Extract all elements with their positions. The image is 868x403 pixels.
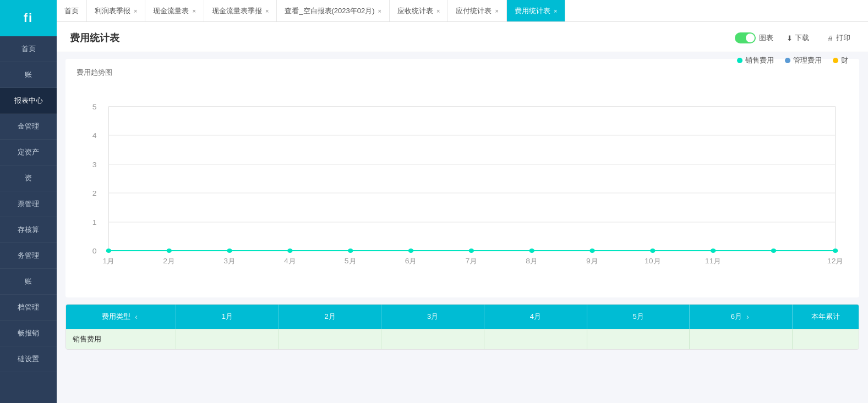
- tab-close-cashflow-quarterly[interactable]: ×: [265, 8, 269, 14]
- chart-svg: 0 1 2 3 4 5: [77, 83, 848, 281]
- svg-point-24: [771, 249, 776, 253]
- svg-point-23: [711, 249, 716, 253]
- sidebar-item-expense[interactable]: 畅报销: [0, 321, 57, 346]
- sidebar-item-archive[interactable]: 档管理: [0, 295, 57, 321]
- sidebar-item-fund[interactable]: 金管理: [0, 114, 57, 140]
- svg-text:5: 5: [92, 103, 97, 111]
- tab-receivable[interactable]: 应收统计表 ×: [390, 0, 448, 22]
- download-button[interactable]: ⬇ 下载: [782, 31, 814, 45]
- sidebar-item-account[interactable]: 账: [0, 62, 57, 88]
- tab-cashflow-quarterly[interactable]: 现金流量表季报 ×: [204, 0, 277, 22]
- svg-text:4月: 4月: [284, 257, 296, 265]
- main-area: 首页 利润表季报 × 现金流量表 × 现金流量表季报 × 查看_空白报表(202…: [57, 0, 868, 403]
- col-header-6: 6月 ›: [690, 305, 793, 329]
- page-header: 费用统计表 图表 ⬇ 下载 🖨 打印: [57, 22, 868, 52]
- tab-close-receivable[interactable]: ×: [436, 8, 440, 14]
- svg-text:1: 1: [92, 219, 97, 227]
- svg-text:7月: 7月: [465, 257, 477, 265]
- svg-point-19: [469, 249, 474, 253]
- svg-text:8月: 8月: [526, 257, 538, 265]
- svg-text:2月: 2月: [163, 257, 175, 265]
- chart-title: 费用趋势图: [77, 68, 112, 78]
- svg-text:9月: 9月: [586, 257, 598, 265]
- tab-profit-quarterly[interactable]: 利润表季报 ×: [87, 0, 145, 22]
- svg-point-13: [106, 249, 111, 253]
- legend-label-mgmt: 管理费用: [793, 56, 822, 65]
- next-arrow[interactable]: ›: [744, 312, 751, 321]
- legend-finance: 财: [833, 56, 848, 65]
- svg-point-17: [348, 249, 353, 253]
- legend-dot-mgmt: [785, 58, 790, 63]
- prev-arrow[interactable]: ‹: [133, 312, 140, 321]
- tab-close-expense-stats[interactable]: ×: [554, 8, 557, 14]
- sidebar-item-home[interactable]: 首页: [0, 36, 57, 62]
- sidebar-item-settings[interactable]: 础设置: [0, 346, 57, 372]
- sidebar-item-ledger[interactable]: 账: [0, 269, 57, 295]
- svg-point-22: [650, 249, 655, 253]
- tab-cashflow[interactable]: 现金流量表 ×: [145, 0, 204, 22]
- header-actions: 图表 ⬇ 下载 🖨 打印: [735, 31, 855, 45]
- chart-toggle-label: 图表: [759, 33, 773, 43]
- print-icon: 🖨: [827, 34, 834, 42]
- tab-payable[interactable]: 应付统计表 ×: [448, 0, 506, 22]
- tab-close-cashflow[interactable]: ×: [192, 8, 195, 14]
- legend-dot-sales: [737, 58, 743, 63]
- sidebar-logo: fi: [0, 0, 57, 36]
- col-type-label: 费用类型: [102, 312, 130, 322]
- svg-point-25: [833, 249, 838, 253]
- svg-text:3: 3: [92, 161, 97, 169]
- download-icon: ⬇: [787, 34, 793, 42]
- svg-text:12月: 12月: [827, 257, 844, 265]
- row-type-cell: 销售费用: [66, 329, 176, 349]
- row-cell-1: [176, 329, 279, 349]
- chart-container: 0 1 2 3 4 5: [77, 83, 848, 286]
- svg-point-16: [287, 249, 292, 253]
- sidebar-item-assets[interactable]: 定资产: [0, 140, 57, 165]
- sidebar-item-inventory[interactable]: 存核算: [0, 217, 57, 243]
- svg-text:11月: 11月: [705, 257, 722, 265]
- download-label: 下载: [795, 33, 809, 43]
- sidebar-item-reports[interactable]: 报表中心: [0, 88, 57, 114]
- svg-point-15: [227, 249, 232, 253]
- svg-point-20: [529, 249, 534, 253]
- chart-toggle[interactable]: [735, 32, 756, 43]
- col-header-3: 3月: [381, 305, 484, 329]
- col-header-4: 4月: [484, 305, 587, 329]
- svg-text:3月: 3月: [223, 257, 236, 265]
- legend-label-sales: 销售费用: [745, 56, 774, 65]
- sidebar-item-service[interactable]: 务管理: [0, 243, 57, 269]
- row-cell-3: [381, 329, 484, 349]
- tab-bar: 首页 利润表季报 × 现金流量表 × 现金流量表季报 × 查看_空白报表(202…: [57, 0, 868, 22]
- expense-table: 费用类型 ‹ 1月 2月 3月 4月 5月: [65, 304, 859, 350]
- chart-section: 费用趋势图 销售费用 管理费用 财: [65, 59, 859, 297]
- col-header-1: 1月: [176, 305, 279, 329]
- chart-toggle-wrap: 图表: [735, 32, 773, 43]
- svg-point-21: [589, 249, 594, 253]
- tab-close-payable[interactable]: ×: [495, 8, 498, 14]
- legend-dot-finance: [833, 58, 838, 63]
- col-header-total: 本年累计: [793, 305, 859, 329]
- tab-home[interactable]: 首页: [57, 0, 87, 22]
- svg-text:5月: 5月: [345, 257, 357, 265]
- print-button[interactable]: 🖨 打印: [822, 31, 855, 45]
- print-label: 打印: [836, 33, 850, 43]
- tab-close-profit-quarterly[interactable]: ×: [134, 8, 137, 14]
- table-header: 费用类型 ‹ 1月 2月 3月 4月 5月: [66, 305, 859, 329]
- svg-text:6月: 6月: [405, 257, 417, 265]
- row-cell-4: [484, 329, 587, 349]
- row-total-cell: [793, 329, 859, 349]
- svg-point-18: [408, 249, 413, 253]
- svg-text:0: 0: [92, 247, 97, 255]
- row-cell-2: [279, 329, 382, 349]
- col-header-5: 5月: [587, 305, 690, 329]
- sidebar-item-salary[interactable]: 资: [0, 165, 57, 191]
- legend-label-finance: 财: [841, 56, 848, 65]
- tab-blank-report[interactable]: 查看_空白报表(2023年02月) ×: [277, 0, 390, 22]
- legend-mgmt: 管理费用: [785, 56, 822, 65]
- tab-close-blank-report[interactable]: ×: [378, 8, 381, 14]
- tab-expense-stats[interactable]: 费用统计表 ×: [507, 0, 565, 22]
- sidebar: fi 首页 账 报表中心 金管理 定资产 资 票管理 存核算 务管理 账 档管理…: [0, 0, 57, 403]
- page-content: 费用统计表 图表 ⬇ 下载 🖨 打印 费用趋势图: [57, 22, 868, 403]
- sidebar-item-invoice[interactable]: 票管理: [0, 191, 57, 217]
- page-title: 费用统计表: [70, 31, 119, 45]
